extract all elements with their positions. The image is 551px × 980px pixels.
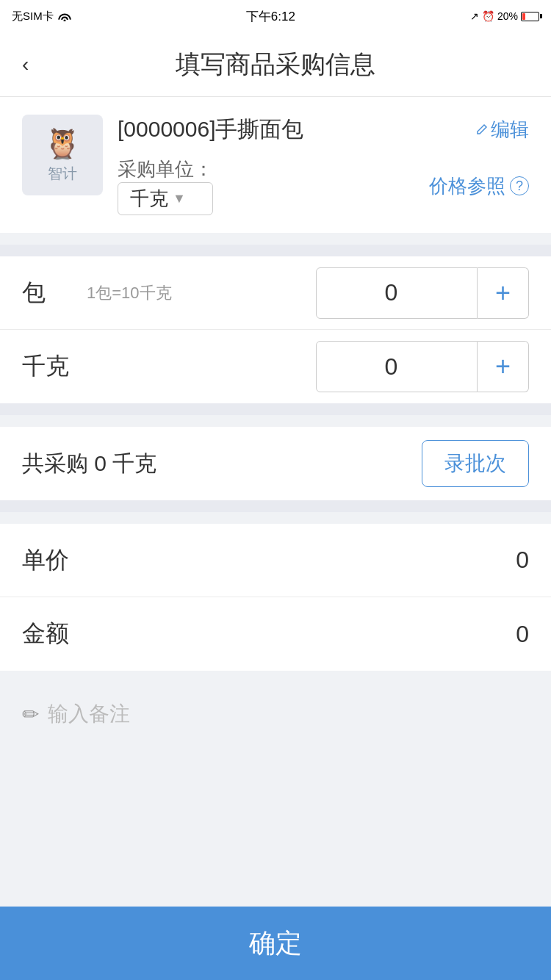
product-thumb-icon: 🦉 [44,126,81,161]
remark-section[interactable]: ✏ 输入备注 [0,682,551,746]
product-info: [0000006]手撕面包 编辑 采购单位： 千克 ▼ 价格参照 ? [118,115,529,215]
input-section: 包 1包=10千克 + 千克 + [0,256,551,403]
alarm-icon: ⏰ [482,10,494,22]
divider-2 [0,403,551,415]
confirm-button[interactable]: 确定 [0,907,551,980]
summary-section: 共采购 0 千克 录批次 [0,427,551,500]
pack-sublabel: 1包=10千克 [87,282,172,304]
amount-value: 0 [516,621,529,648]
nav-bar: ‹ 填写商品采购信息 [0,32,551,97]
product-card: 🦉 智计 [0000006]手撕面包 编辑 采购单位： 千克 ▼ 价格参照 [0,97,551,233]
battery-percent: 20% [497,10,518,22]
kg-input-control: + [316,341,529,392]
pack-plus-button[interactable]: + [478,267,529,319]
dropdown-arrow-icon: ▼ [173,191,186,206]
confirm-label: 确定 [249,926,302,962]
amount-label: 金额 [22,618,69,650]
page-title: 填写商品采购信息 [176,48,375,82]
unit-price-row: 单价 0 [0,524,551,597]
status-bar: 无SIM卡 下午6:12 ↗ ⏰ 20% [0,0,551,32]
price-ref-label: 价格参照 [429,173,505,199]
battery-indicator [521,12,539,21]
pack-input-control: + [316,267,529,319]
kg-label: 千克 [22,350,81,383]
pack-quantity-input[interactable] [316,267,478,319]
pencil-icon: ✏ [22,702,39,727]
summary-text: 共采购 0 千克 [22,449,156,479]
product-name: [0000006]手撕面包 [118,115,303,145]
wifi-icon [58,11,71,21]
summary-row: 共采购 0 千克 录批次 [0,427,551,500]
price-section: 单价 0 金额 0 [0,524,551,671]
edit-icon [475,123,488,137]
remark-placeholder: 输入备注 [48,700,130,728]
pack-label: 包 [22,277,81,309]
product-thumbnail: 🦉 智计 [22,115,103,195]
unit-value: 千克 [130,186,168,212]
amount-row: 金额 0 [0,597,551,671]
price-ref-button[interactable]: 价格参照 ? [429,173,529,199]
product-name-row: [0000006]手撕面包 编辑 [118,115,529,145]
batch-record-button[interactable]: 录批次 [422,440,529,487]
kg-quantity-input[interactable] [316,341,478,392]
product-thumb-label: 智计 [48,164,77,184]
price-ref-icon: ? [510,176,529,195]
edit-label: 编辑 [491,117,529,143]
edit-button[interactable]: 编辑 [475,117,529,143]
kg-input-row: 千克 + [0,330,551,403]
kg-plus-button[interactable]: + [478,341,529,392]
carrier-text: 无SIM卡 [12,10,54,24]
location-icon: ↗ [470,10,479,22]
back-button[interactable]: ‹ [22,53,29,76]
status-left: 无SIM卡 [12,10,71,24]
divider-3 [0,500,551,512]
unit-price-label: 单价 [22,544,69,577]
status-right: ↗ ⏰ 20% [470,10,539,22]
unit-label: 采购单位： [118,158,213,180]
divider-1 [0,245,551,256]
unit-label-group: 采购单位： 千克 ▼ [118,156,213,215]
status-time: 下午6:12 [246,8,295,25]
unit-price-value: 0 [516,547,529,574]
unit-select[interactable]: 千克 ▼ [118,182,213,215]
pack-input-row: 包 1包=10千克 + [0,256,551,330]
unit-row: 采购单位： 千克 ▼ 价格参照 ? [118,156,529,215]
